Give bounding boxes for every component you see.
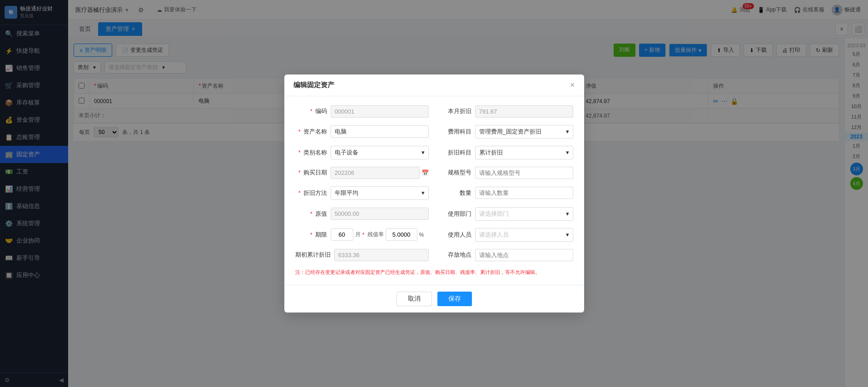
form-row-initial-deprec: 期初累计折旧 bbox=[295, 249, 429, 261]
period-group: 月 * 残值率 % bbox=[331, 228, 429, 241]
form-row-spec-model: 规格型号 bbox=[440, 167, 573, 179]
form-row-code: * 编码 bbox=[295, 105, 429, 118]
user-select[interactable]: 请选择人员 ▾ bbox=[475, 228, 573, 242]
expense-subject-label: 费用科目 bbox=[440, 128, 471, 136]
form-row-this-month-deprec: 本月折旧 bbox=[440, 105, 573, 118]
location-input[interactable] bbox=[475, 249, 573, 261]
category-label: * 类别名称 bbox=[295, 149, 327, 157]
period-input[interactable] bbox=[331, 228, 353, 241]
dept-dropdown-icon: ▾ bbox=[566, 210, 569, 217]
period-label: * 期限 bbox=[295, 231, 327, 239]
purchase-date-label: * 购买日期 bbox=[295, 169, 327, 177]
edit-asset-modal: 编辑固定资产 × * 编码 本月折旧 * 资产名称 bbox=[284, 74, 584, 313]
modal-footer: 取消 保存 bbox=[284, 285, 584, 313]
dept-label: 使用部门 bbox=[440, 210, 471, 218]
modal-body: * 编码 本月折旧 * 资产名称 费用科目 管理费用_固定资产折旧 bbox=[284, 96, 584, 285]
modal-title: 编辑固定资产 bbox=[293, 81, 334, 89]
original-value-label: * 原值 bbox=[295, 210, 327, 218]
modal-overlay: 编辑固定资产 × * 编码 本月折旧 * 资产名称 bbox=[0, 0, 868, 387]
deprec-subject-select[interactable]: 累计折旧 ▾ bbox=[475, 146, 573, 159]
modal-header: 编辑固定资产 × bbox=[284, 74, 584, 96]
expense-subject-select[interactable]: 管理费用_固定资产折旧 ▾ bbox=[475, 125, 573, 139]
code-label: * 编码 bbox=[295, 107, 327, 115]
user-dropdown-icon: ▾ bbox=[566, 231, 569, 238]
deprec-method-select[interactable]: 年限平均 ▾ bbox=[331, 186, 429, 200]
purchase-date-input[interactable] bbox=[331, 167, 420, 179]
residual-label: 残值率 bbox=[367, 231, 384, 238]
period-unit: 月 bbox=[355, 231, 361, 238]
category-dropdown-icon: ▾ bbox=[422, 149, 425, 156]
residual-input[interactable] bbox=[386, 228, 417, 241]
code-input[interactable] bbox=[331, 105, 429, 118]
this-month-deprec-label: 本月折旧 bbox=[440, 107, 471, 115]
form-row-dept: 使用部门 请选择部门 ▾ bbox=[440, 207, 573, 221]
deprec-method-label: * 折旧方法 bbox=[295, 189, 327, 197]
dept-select[interactable]: 请选择部门 ▾ bbox=[475, 207, 573, 221]
deprec-subject-label: 折旧科目 bbox=[440, 149, 471, 157]
form-row-deprec-method: * 折旧方法 年限平均 ▾ bbox=[295, 186, 429, 200]
save-button[interactable]: 保存 bbox=[437, 292, 472, 306]
quantity-label: 数量 bbox=[440, 189, 471, 197]
form-row-category: * 类别名称 电子设备 ▾ bbox=[295, 146, 429, 159]
form-row-expense-subject: 费用科目 管理费用_固定资产折旧 ▾ bbox=[440, 125, 573, 139]
expense-subject-dropdown-icon: ▾ bbox=[566, 128, 569, 135]
this-month-deprec-input[interactable] bbox=[475, 105, 573, 118]
form-row-quantity: 数量 bbox=[440, 186, 573, 200]
location-label: 存放地点 bbox=[440, 251, 471, 259]
asset-name-input[interactable] bbox=[331, 125, 429, 138]
modal-note: 注：已经存在变更记录或者对应固定资产已经生成凭证，原值、购买日期、残值率、累计折… bbox=[295, 268, 573, 276]
form-row-asset-name: * 资产名称 bbox=[295, 125, 429, 139]
calendar-icon[interactable]: 📅 bbox=[422, 169, 429, 176]
quantity-input[interactable] bbox=[475, 187, 573, 199]
initial-deprec-input[interactable] bbox=[334, 249, 429, 261]
spec-model-label: 规格型号 bbox=[440, 169, 471, 177]
form-row-original-value: * 原值 bbox=[295, 207, 429, 221]
residual-unit: % bbox=[419, 232, 424, 238]
category-select[interactable]: 电子设备 ▾ bbox=[331, 146, 429, 159]
initial-deprec-label: 期初累计折旧 bbox=[295, 251, 331, 259]
spec-model-input[interactable] bbox=[475, 167, 573, 179]
user-label: 使用人员 bbox=[440, 231, 471, 239]
original-value-input[interactable] bbox=[331, 208, 429, 220]
asset-name-label: * 资产名称 bbox=[295, 128, 327, 136]
modal-close-button[interactable]: × bbox=[570, 81, 575, 89]
deprec-subject-dropdown-icon: ▾ bbox=[566, 149, 569, 156]
deprec-method-dropdown-icon: ▾ bbox=[422, 189, 425, 196]
cancel-button[interactable]: 取消 bbox=[397, 292, 432, 306]
form-row-purchase-date: * 购买日期 📅 bbox=[295, 167, 429, 179]
form-row-user: 使用人员 请选择人员 ▾ bbox=[440, 228, 573, 242]
form-row-deprec-subject: 折旧科目 累计折旧 ▾ bbox=[440, 146, 573, 159]
form-row-location: 存放地点 bbox=[440, 249, 573, 261]
form-row-period: * 期限 月 * 残值率 % bbox=[295, 228, 429, 242]
